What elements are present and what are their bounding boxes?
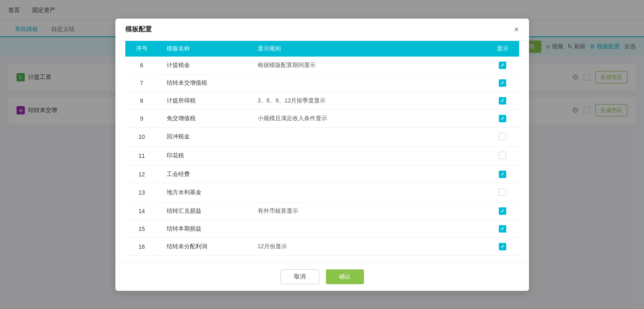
col-header-id: 序号 xyxy=(125,41,158,57)
cell-id: 11 xyxy=(125,146,158,165)
table-row: 9 免交增值税 小规模且满足收入条件显示 xyxy=(125,109,519,127)
cell-name: 结转未分配利润 xyxy=(158,238,249,255)
row-checkbox-15[interactable] xyxy=(499,225,506,233)
table-row: 10 回冲税金 xyxy=(125,127,519,146)
row-checkbox-16[interactable] xyxy=(499,243,506,250)
cell-name: 回冲税金 xyxy=(158,127,249,146)
cell-name: 结转未交增值税 xyxy=(158,74,249,92)
table-row: 16 结转未分配利润 12月份显示 xyxy=(125,238,519,255)
cell-id: 8 xyxy=(125,92,158,109)
cell-checkbox[interactable] xyxy=(486,238,519,255)
table-row: 13 地方水利基金 xyxy=(125,183,519,202)
modal-overlay: 模板配置 × 序号 模板名称 显示规则 显示 6 计提税金 根据模版配置期间显示 xyxy=(0,0,644,309)
cancel-button[interactable]: 取消 xyxy=(280,269,319,284)
cell-checkbox[interactable] xyxy=(486,146,519,165)
cell-checkbox[interactable] xyxy=(486,127,519,146)
cell-id: 10 xyxy=(125,127,158,146)
cell-checkbox[interactable] xyxy=(486,165,519,183)
table-row: 6 计提税金 根据模版配置期间显示 xyxy=(125,57,519,74)
cell-id: 15 xyxy=(125,220,158,238)
row-checkbox-8[interactable] xyxy=(499,97,506,105)
cell-name: 计提税金 xyxy=(158,57,249,74)
cell-id: 7 xyxy=(125,74,158,92)
row-checkbox-14[interactable] xyxy=(499,207,506,215)
cell-name: 工会经费 xyxy=(158,165,249,183)
cell-id: 6 xyxy=(125,57,158,74)
cell-rule: 小规模且满足收入条件显示 xyxy=(249,109,486,127)
modal-header: 模板配置 × xyxy=(115,19,529,41)
cell-id: 13 xyxy=(125,183,158,202)
table-header: 序号 模板名称 显示规则 显示 xyxy=(125,41,519,57)
modal-body: 序号 模板名称 显示规则 显示 6 计提税金 根据模版配置期间显示 7 结转未交… xyxy=(115,41,529,262)
cell-rule: 根据模版配置期间显示 xyxy=(249,57,486,74)
cell-checkbox[interactable] xyxy=(486,220,519,238)
cell-checkbox[interactable] xyxy=(486,57,519,74)
row-checkbox-7[interactable] xyxy=(499,79,506,87)
cell-name: 地方水利基金 xyxy=(158,183,249,202)
cell-id: 16 xyxy=(125,238,158,255)
confirm-button[interactable]: 确认 xyxy=(326,269,364,284)
config-table: 序号 模板名称 显示规则 显示 6 计提税金 根据模版配置期间显示 7 结转未交… xyxy=(125,41,519,256)
cell-rule: 3、6、9、12月按季度显示 xyxy=(249,92,486,109)
table-row: 15 结转本期损益 xyxy=(125,220,519,238)
row-checkbox-9[interactable] xyxy=(499,115,506,122)
cell-name: 结转汇兑损益 xyxy=(158,202,249,220)
row-checkbox-10[interactable] xyxy=(499,133,506,140)
cell-id: 12 xyxy=(125,165,158,183)
cell-rule xyxy=(249,183,486,202)
cell-rule xyxy=(249,220,486,238)
cell-checkbox[interactable] xyxy=(486,92,519,109)
table-row: 8 计提所得税 3、6、9、12月按季度显示 xyxy=(125,92,519,109)
modal-close-button[interactable]: × xyxy=(514,25,519,33)
cell-rule xyxy=(249,146,486,165)
cell-id: 9 xyxy=(125,109,158,127)
table-row: 12 工会经费 xyxy=(125,165,519,183)
table-row: 11 印花税 xyxy=(125,146,519,165)
table-body: 6 计提税金 根据模版配置期间显示 7 结转未交增值税 8 计提所得税 3、6、… xyxy=(125,57,519,256)
cell-checkbox[interactable] xyxy=(486,202,519,220)
row-checkbox-12[interactable] xyxy=(499,171,506,178)
cell-name: 免交增值税 xyxy=(158,109,249,127)
modal-title: 模板配置 xyxy=(125,25,152,34)
cell-checkbox[interactable] xyxy=(486,109,519,127)
col-header-display: 显示 xyxy=(486,41,519,57)
cell-checkbox[interactable] xyxy=(486,74,519,92)
row-checkbox-6[interactable] xyxy=(499,62,506,69)
cell-name: 印花税 xyxy=(158,146,249,165)
cell-rule: 有外币核算显示 xyxy=(249,202,486,220)
table-row: 14 结转汇兑损益 有外币核算显示 xyxy=(125,202,519,220)
cell-checkbox[interactable] xyxy=(486,183,519,202)
modal-footer: 取消 确认 xyxy=(115,262,529,291)
cell-name: 计提所得税 xyxy=(158,92,249,109)
col-header-name: 模板名称 xyxy=(158,41,249,57)
row-checkbox-13[interactable] xyxy=(499,188,506,196)
cell-rule xyxy=(249,127,486,146)
table-row: 7 结转未交增值税 xyxy=(125,74,519,92)
cell-rule xyxy=(249,74,486,92)
cell-rule: 12月份显示 xyxy=(249,238,486,255)
cell-id: 14 xyxy=(125,202,158,220)
cell-name: 结转本期损益 xyxy=(158,220,249,238)
template-config-modal: 模板配置 × 序号 模板名称 显示规则 显示 6 计提税金 根据模版配置期间显示 xyxy=(115,19,529,291)
col-header-rule: 显示规则 xyxy=(249,41,486,57)
cell-rule xyxy=(249,165,486,183)
row-checkbox-11[interactable] xyxy=(499,152,506,159)
